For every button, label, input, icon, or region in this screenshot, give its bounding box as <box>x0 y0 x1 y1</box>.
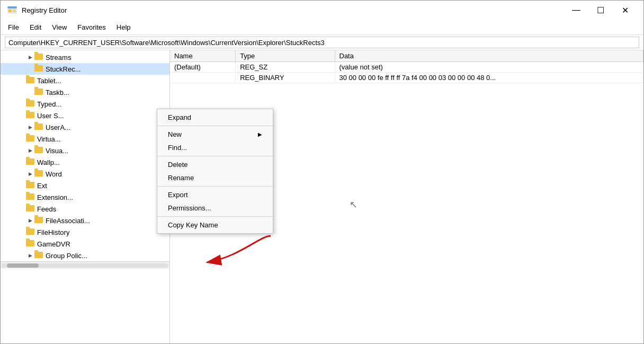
expander-visualeffects[interactable]: ▶ <box>26 145 34 156</box>
expander-tablet <box>17 75 26 86</box>
tree-item-virtual[interactable]: Virtua... <box>1 133 169 145</box>
submenu-arrow: ▶ <box>258 131 262 137</box>
tree-item-users[interactable]: User S... <box>1 110 169 121</box>
registry-table: Name Type Data (Default) REG_SZ (value n… <box>170 50 643 83</box>
tree-label-users: User S... <box>37 112 64 120</box>
tree-item-grouppolicy[interactable]: ▶ Group Polic... <box>1 250 169 261</box>
svg-rect-1 <box>7 6 17 8</box>
close-button[interactable]: ✕ <box>613 1 637 20</box>
ctx-expand[interactable]: Expand <box>157 111 273 124</box>
ctx-separator-3 <box>157 186 273 187</box>
tree-label-extensions: Extension... <box>37 193 73 201</box>
expander-taskbar <box>26 86 34 98</box>
tree-item-taskbar[interactable]: Taskb... <box>1 86 169 98</box>
folder-icon-streams <box>34 53 44 61</box>
col-header-name[interactable]: Name <box>170 50 236 62</box>
tree-label-ext: Ext <box>37 182 47 190</box>
expander-grouppolicy[interactable]: ▶ <box>26 250 34 261</box>
expander-userassist[interactable]: ▶ <box>26 121 34 133</box>
ctx-permissions[interactable]: Permissions... <box>157 201 273 215</box>
tree-item-typedpaths[interactable]: Typed... <box>1 98 169 110</box>
expander-word[interactable]: ▶ <box>26 168 34 180</box>
folder-icon-wallpaper <box>26 158 35 166</box>
tree-item-tablet[interactable]: Tablet... <box>1 75 169 86</box>
col-header-type[interactable]: Type <box>236 50 335 62</box>
folder-icon-extensions <box>26 193 35 201</box>
address-input[interactable]: Computer\HKEY_CURRENT_USER\Software\Micr… <box>5 37 639 48</box>
expander-ext <box>17 180 26 191</box>
expander-streams[interactable]: ▶ <box>26 51 34 63</box>
folder-icon-userassist <box>34 123 44 131</box>
scroll-thumb[interactable] <box>7 263 39 268</box>
tree-item-streams[interactable]: ▶ Streams <box>1 51 169 63</box>
tree-label-tablet: Tablet... <box>37 77 61 85</box>
tree-label-taskbar: Taskb... <box>46 89 69 96</box>
tree-item-extensions[interactable]: Extension... <box>1 191 169 203</box>
menu-view[interactable]: View <box>47 21 72 33</box>
ctx-rename[interactable]: Rename <box>157 171 273 184</box>
folder-icon-virtual <box>26 135 35 143</box>
window-controls: — ☐ ✕ <box>564 1 637 20</box>
folder-icon-users <box>26 111 35 120</box>
context-menu: Expand New ▶ Find... Delete Rename Expor… <box>157 109 273 234</box>
tree-scrollbar[interactable] <box>1 261 169 269</box>
tree-label-typedpaths: Typed... <box>37 100 61 108</box>
ctx-separator-1 <box>157 126 273 126</box>
ctx-delete[interactable]: Delete <box>157 158 273 171</box>
folder-icon-feeds <box>26 205 35 213</box>
folder-icon-taskbar <box>34 88 44 96</box>
table-row[interactable]: (Default) REG_SZ (value not set) <box>170 62 643 73</box>
ctx-new[interactable]: New ▶ <box>157 128 273 141</box>
expander-wallpaper <box>17 156 26 168</box>
row-name <box>170 73 236 83</box>
expander-fileassoc[interactable]: ▶ <box>26 215 34 226</box>
tree-item-ext[interactable]: Ext <box>1 180 169 191</box>
expander-virtual <box>17 133 26 145</box>
tree-label-fileassoc: FileAssociati... <box>46 217 90 225</box>
ctx-copy-key-name[interactable]: Copy Key Name <box>157 218 273 232</box>
minimize-button[interactable]: — <box>564 1 588 20</box>
tree-item-filehistory[interactable]: FileHistory <box>1 226 169 238</box>
tree-label-filehistory: FileHistory <box>37 228 69 236</box>
expander-feeds <box>17 203 26 215</box>
menu-edit[interactable]: Edit <box>24 21 47 33</box>
tree-label-streams: Streams <box>46 54 71 61</box>
tree-label-wallpaper: Wallp... <box>37 158 60 166</box>
maximize-button[interactable]: ☐ <box>588 1 613 20</box>
col-header-data[interactable]: Data <box>335 50 643 62</box>
tree-pane[interactable]: ▶ Streams StuckRec... Tablet... <box>1 50 170 343</box>
tree-item-fileassoc[interactable]: ▶ FileAssociati... <box>1 215 169 226</box>
tree-item-visualeffects[interactable]: ▶ Visua... <box>1 145 169 156</box>
menu-favorites[interactable]: Favorites <box>72 21 111 33</box>
menu-help[interactable]: Help <box>111 21 136 33</box>
mouse-cursor: ↖ <box>350 199 357 210</box>
row-type: REG_SZ <box>236 62 335 73</box>
expander-filehistory <box>17 226 26 238</box>
menu-file[interactable]: File <box>3 21 24 33</box>
row-type: REG_BINARY <box>236 73 335 83</box>
tree-item-userassist[interactable]: ▶ UserA... <box>1 121 169 133</box>
svg-rect-3 <box>13 10 16 12</box>
tree-item-gamedvr[interactable]: GameDVR <box>1 238 169 250</box>
tree-item-feeds[interactable]: Feeds <box>1 203 169 215</box>
expander-users <box>17 110 26 121</box>
folder-icon-visualeffects <box>34 146 44 155</box>
tree-label-word: Word <box>46 170 62 178</box>
ctx-find[interactable]: Find... <box>157 141 273 154</box>
row-name: (Default) <box>170 62 236 73</box>
folder-icon-filehistory <box>26 228 35 236</box>
ctx-export[interactable]: Export <box>157 188 273 201</box>
expander-extensions <box>17 191 26 203</box>
tree-label-feeds: Feeds <box>37 205 56 213</box>
expander-stuckrects <box>26 63 34 75</box>
tree-item-word[interactable]: ▶ Word <box>1 168 169 180</box>
folder-icon-ext <box>26 181 35 190</box>
tree-item-wallpaper[interactable]: Wallp... <box>1 156 169 168</box>
table-row[interactable]: REG_BINARY 30 00 00 00 fe ff ff ff 7a f4… <box>170 73 643 83</box>
tree-label-gamedvr: GameDVR <box>37 240 70 248</box>
tree-item-stuckrects[interactable]: StuckRec... <box>1 63 169 75</box>
address-bar: Computer\HKEY_CURRENT_USER\Software\Micr… <box>1 34 643 50</box>
title-bar: Registry Editor — ☐ ✕ <box>1 1 643 20</box>
tree-label-userassist: UserA... <box>46 124 70 131</box>
menu-bar: File Edit View Favorites Help <box>1 20 643 34</box>
